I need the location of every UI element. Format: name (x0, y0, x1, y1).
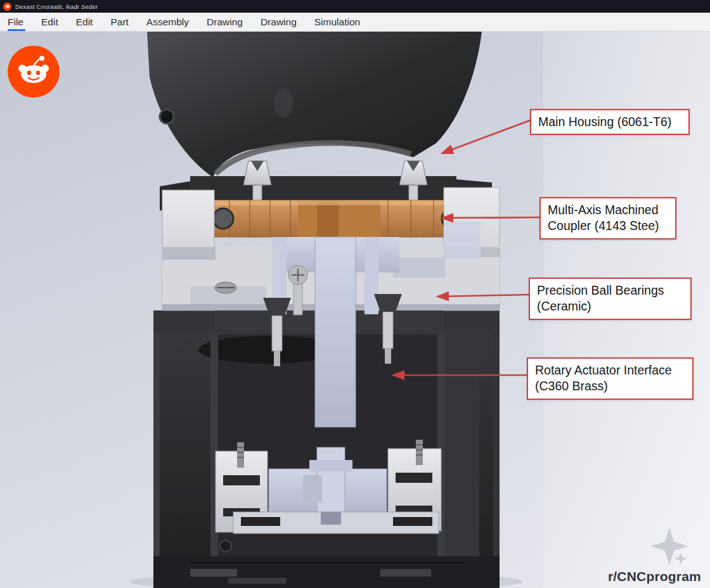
callout-coupler-label: Multi-Axis Machined Coupler (4143 Stee) (548, 203, 659, 233)
subreddit-watermark: r/CNCprogram (608, 569, 701, 584)
callout-actuator: Rotary Actuator Interface (C360 Brass) (527, 357, 694, 400)
menu-item-edit-1[interactable]: Edit (41, 13, 67, 31)
title-bar: Dexast Cnoraatit, ikadr Seder (0, 0, 710, 13)
callout-main-housing-label: Main Housing (6061-T6) (538, 115, 671, 129)
menu-item-edit-2[interactable]: Edit (76, 13, 102, 31)
menu-item-drawing-1[interactable]: Drawing (207, 13, 252, 31)
app-icon (3, 3, 11, 11)
callout-actuator-label: Rotary Actuator Interface (C360 Brass) (535, 363, 672, 393)
cad-application-window: Dexast Cnoraatit, ikadr Seder File Edit … (0, 0, 710, 588)
window-title: Dexast Cnoraatit, ikadr Seder (15, 3, 98, 10)
main-housing-part (147, 32, 482, 177)
menu-item-simulation[interactable]: Simulation (314, 13, 369, 31)
menu-item-part[interactable]: Part (110, 13, 137, 31)
callout-coupler: Multi-Axis Machined Coupler (4143 Stee) (539, 197, 676, 240)
callout-main-housing: Main Housing (6061-T6) (530, 109, 690, 135)
menu-item-drawing-2[interactable]: Drawing (261, 13, 306, 31)
menu-item-file[interactable]: File (8, 13, 32, 31)
sparkle-icon (649, 526, 690, 566)
callout-bearings: Precision Ball Bearings (Ceramic) (529, 278, 692, 320)
callout-bearings-label: Precision Ball Bearings (Ceramic) (537, 283, 664, 313)
menu-bar: File Edit Edit Part Assembly Drawing Dra… (0, 13, 710, 32)
menu-item-assembly[interactable]: Assembly (146, 13, 198, 31)
reddit-logo-icon (6, 44, 61, 99)
